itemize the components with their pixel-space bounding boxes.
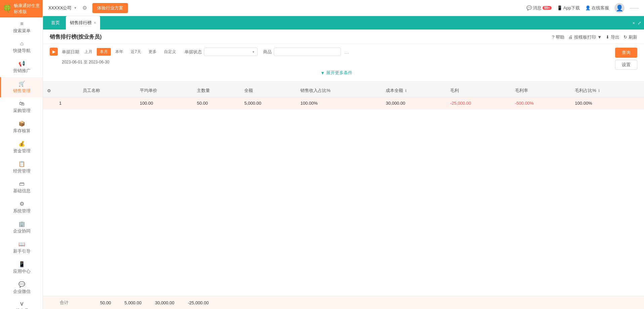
sidebar-item-purchase[interactable]: 🛍 采购管理 <box>0 97 43 117</box>
topbar-settings-icon[interactable]: ⚙ <box>82 5 87 11</box>
sidebar-logo: 🍀 畅康通好生意 标准版 <box>0 0 43 17</box>
sidebar-item-quick-nav[interactable]: ⌂ 快捷导航 <box>0 37 43 57</box>
status-select[interactable] <box>204 48 258 56</box>
sidebar-item-system[interactable]: ⚙ 系统管理 <box>0 197 43 217</box>
sidebar-item-wechat[interactable]: 💬 企业微信 <box>0 278 43 298</box>
date-tab-7days[interactable]: 近7天 <box>128 48 144 56</box>
online-service-link[interactable]: 👤 在线客服 <box>585 5 609 11</box>
sidebar-item-search-order[interactable]: ≡ 搜索菜单 <box>0 17 43 37</box>
date-filter-label: 单据日期 <box>62 49 79 55</box>
query-button[interactable]: 查询 <box>615 48 637 58</box>
row-gross: -25,000.00 <box>446 97 511 109</box>
wechat-icon: 💬 <box>18 281 25 288</box>
date-tab-this-month[interactable]: 本月 <box>97 48 111 56</box>
user-avatar[interactable]: 👤 <box>614 3 625 13</box>
notification-icon: 💬 <box>526 5 532 10</box>
sidebar-item-enterprise-coop[interactable]: 🏢 企业协同 <box>0 217 43 238</box>
window-expand-icon[interactable]: ⤢ <box>638 20 641 25</box>
sidebar-label-wechat: 企业微信 <box>13 289 31 295</box>
export-label: 导出 <box>611 34 619 40</box>
col-qty-label: 主数量 <box>197 88 210 93</box>
filter-row-1: 单据日期 上月 本月 本年 近7天 更多 自定义 <box>62 48 611 56</box>
expand-label: 展开更多条件 <box>326 70 352 76</box>
company-name: XXXXX公司 <box>48 5 72 11</box>
expand-more-conditions[interactable]: ▼ 展开更多条件 <box>320 70 352 76</box>
gross-pct-info-icon: ℹ <box>598 89 600 93</box>
refresh-link[interactable]: ↻ 刷新 <box>624 34 637 40</box>
filter-item-date: 单据日期 上月 本月 本年 近7天 更多 自定义 <box>62 48 179 56</box>
app-download-link[interactable]: 📱 App下载 <box>557 5 580 11</box>
sidebar: 🍀 畅康通好生意 标准版 ≡ 搜索菜单 ⌂ 快捷导航 📢 营销推广 🛒 销售管理… <box>0 0 43 309</box>
sidebar-label-member: 畅会员 <box>15 308 29 309</box>
footer-label: 合计 <box>60 300 87 306</box>
row-rank: 1 <box>55 97 79 109</box>
page-header: 销售排行榜(按业务员) ? 帮助 🖨 按模板打印 ▼ ⬇ 导出 ↻ 刷新 <box>43 30 644 44</box>
sidebar-label-enterprise-coop: 企业协同 <box>13 228 31 234</box>
date-tabs: 上月 本月 本年 近7天 更多 自定义 <box>81 48 179 56</box>
export-icon: ⬇ <box>606 35 609 40</box>
table-header-row: ⚙ 员工名称 平均单价 主数量 全额 <box>43 84 644 97</box>
export-button[interactable]: ⬇ 导出 <box>606 34 619 40</box>
col-gross-rate: 毛利率 <box>511 84 571 97</box>
sidebar-label-app-center: 应用中心 <box>13 268 31 274</box>
col-qty: 主数量 <box>193 84 240 97</box>
sidebar-item-basic-info[interactable]: 🗃 基础信息 <box>0 177 43 197</box>
filter-collapse-arrow[interactable]: ▶ <box>50 48 58 56</box>
footer-cost: 30,000.00 <box>155 300 174 305</box>
row-employee <box>79 97 136 109</box>
window-close-icon[interactable]: × <box>632 20 635 25</box>
tab-home-label: 首页 <box>51 20 60 26</box>
trial-button[interactable]: 体验行业方案 <box>92 3 128 13</box>
print-template-link[interactable]: 🖨 按模板打印 ▼ <box>568 34 602 40</box>
tab-home[interactable]: 首页 <box>46 16 65 30</box>
logo-icon: 🍀 <box>3 4 12 14</box>
sidebar-item-guide[interactable]: 📖 新手引导 <box>0 238 43 258</box>
notification-area[interactable]: 💬 消息 99+ <box>526 5 552 11</box>
col-gross-rate-label: 毛利率 <box>515 88 528 93</box>
filter-area: ▶ 单据日期 上月 本月 本年 近7天 更多 自定义 <box>43 44 644 82</box>
sidebar-label-search-order: 搜索菜单 <box>13 28 31 34</box>
filter-controls: 单据日期 上月 本月 本年 近7天 更多 自定义 <box>62 48 611 77</box>
sidebar-item-finance[interactable]: 💰 资金管理 <box>0 137 43 157</box>
tab-sales-ranking[interactable]: 销售排行榜 × <box>66 16 100 30</box>
sidebar-item-operations[interactable]: 📋 经营管理 <box>0 157 43 177</box>
col-employee-label: 员工名称 <box>83 88 100 93</box>
basic-info-icon: 🗃 <box>19 181 25 187</box>
col-settings[interactable]: ⚙ <box>43 84 55 97</box>
print-icon: 🖨 <box>568 35 573 40</box>
sidebar-item-member[interactable]: V 畅会员 <box>0 298 43 309</box>
footer-gross: -25,000.00 <box>188 300 209 305</box>
col-settings-icon: ⚙ <box>47 88 51 93</box>
sidebar-item-sales[interactable]: 🛒 销售管理 <box>0 77 43 97</box>
page-actions: ? 帮助 🖨 按模板打印 ▼ ⬇ 导出 ↻ 刷新 <box>552 34 637 40</box>
col-gross-pct-label: 毛利占比% <box>575 88 596 93</box>
date-tab-this-year[interactable]: 本年 <box>112 48 126 56</box>
page-title: 销售排行榜(按业务员) <box>50 34 102 41</box>
tabbar-actions: × ⤢ <box>632 20 641 25</box>
print-label: 按模板打印 <box>574 34 596 40</box>
company-selector[interactable]: XXXXX公司 ▼ <box>48 5 77 11</box>
col-sales-pct: 销售收入占比% <box>296 84 382 97</box>
sales-icon: 🛒 <box>18 81 25 87</box>
refresh-label: 刷新 <box>629 34 637 40</box>
app-download-icon: 📱 <box>557 5 562 10</box>
finance-icon: 💰 <box>18 141 25 147</box>
sidebar-item-marketing[interactable]: 📢 营销推广 <box>0 57 43 77</box>
help-link[interactable]: ? 帮助 <box>552 34 564 40</box>
sidebar-item-inventory[interactable]: 📦 库存核算 <box>0 117 43 137</box>
settings-button[interactable]: 设置 <box>615 60 637 70</box>
row-amount: 5,000.00 <box>240 97 296 109</box>
sidebar-label-finance: 资金管理 <box>13 148 31 154</box>
col-sales-pct-label: 销售收入占比% <box>300 88 331 93</box>
sidebar-item-app-center[interactable]: 📱 应用中心 <box>0 258 43 278</box>
goods-input[interactable] <box>274 48 341 56</box>
table-row[interactable]: 1 100.00 50.00 5,000.00 100.00% 30,000.0… <box>43 97 644 109</box>
goods-more-icon[interactable]: … <box>344 49 349 55</box>
notification-badge: 99+ <box>543 6 552 10</box>
date-tab-custom[interactable]: 自定义 <box>161 48 179 56</box>
date-tab-more[interactable]: 更多 <box>145 48 160 56</box>
tab-close-icon[interactable]: × <box>94 20 96 25</box>
col-avg-price: 平均单价 <box>136 84 193 97</box>
sidebar-label-inventory: 库存核算 <box>13 128 31 134</box>
date-tab-prev-month[interactable]: 上月 <box>81 48 95 56</box>
